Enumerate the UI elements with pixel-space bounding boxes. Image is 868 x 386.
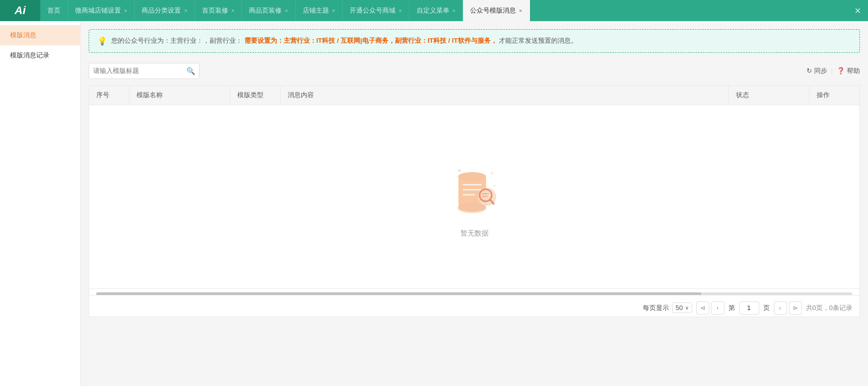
nav-tab-close-icon[interactable]: × [452, 8, 455, 14]
nav-tab-open-mall[interactable]: 开通公众号商城× [343, 0, 409, 21]
empty-illustration [444, 161, 505, 221]
svg-point-14 [494, 185, 496, 187]
app-logo: Ai [0, 0, 40, 21]
nav-tab-close-icon[interactable]: × [124, 8, 127, 14]
col-header-status: 状态 [729, 85, 810, 105]
sidebar: 模版消息模版消息记录 [0, 21, 81, 386]
nav-tab-home-decor[interactable]: 首页装修× [195, 0, 242, 21]
nav-tab-close-icon[interactable]: × [332, 8, 335, 14]
sidebar-item-template-log[interactable]: 模版消息记录 [0, 45, 80, 65]
main-content: 💡 您的公众号行业为：主营行业：，副营行业： 需要设置为：主营行业：IT科技 /… [81, 21, 868, 386]
notice-icon: 💡 [97, 36, 107, 46]
next-page-button[interactable]: › [774, 301, 787, 315]
notice-box: 💡 您的公众号行业为：主营行业：，副营行业： 需要设置为：主营行业：IT科技 /… [89, 29, 860, 53]
last-page-button[interactable]: ⊳ [789, 301, 802, 315]
nav-tab-close-icon[interactable]: × [519, 8, 522, 14]
horizontal-scrollbar[interactable] [89, 289, 860, 295]
sync-icon: ↻ [807, 67, 812, 74]
nav-tab-home[interactable]: 首页 [40, 0, 68, 21]
nav-tab-custom-menu[interactable]: 自定义菜单× [410, 0, 463, 21]
svg-point-12 [458, 169, 461, 172]
nav-tab-shop-theme[interactable]: 店铺主题× [296, 0, 343, 21]
scrollbar-thumb [96, 292, 701, 295]
total-text: 共0页，0条记录 [806, 303, 852, 313]
col-header-name: 模版名称 [129, 85, 230, 105]
nav-tab-label: 商品分类设置 [142, 6, 181, 15]
svg-point-13 [491, 172, 493, 174]
pagination: 每页显示 50 ∨ ⊲ ‹ 第 页 › ⊳ 共0页，0条记录 [89, 295, 860, 317]
prev-page-button[interactable]: ‹ [711, 301, 724, 315]
nav-tab-label: 公众号模版消息 [470, 6, 516, 15]
col-header-content: 消息内容 [281, 85, 729, 105]
toolbar-right: ↻ 同步 | ❓ 帮助 [807, 66, 860, 75]
nav-tab-close-icon[interactable]: × [184, 8, 187, 14]
col-header-type: 模版类型 [230, 85, 281, 105]
page-label: 第 [728, 303, 735, 313]
help-icon: ❓ [837, 67, 845, 74]
nav-tab-product-category[interactable]: 商品分类设置× [135, 0, 194, 21]
nav-tab-label: 店铺主题 [303, 6, 329, 15]
empty-text: 暂无数据 [89, 229, 859, 238]
chevron-down-icon: ∨ [685, 305, 689, 311]
nav-tab-label: 自定义菜单 [417, 6, 449, 15]
nav-tab-close-icon[interactable]: × [398, 8, 402, 14]
page-navigation: ⊲ ‹ 第 页 › ⊳ [696, 301, 802, 315]
toolbar-divider: | [831, 67, 833, 74]
help-button[interactable]: ❓ 帮助 [837, 66, 860, 75]
sync-button[interactable]: ↻ 同步 [807, 66, 827, 75]
search-box: 🔍 [89, 63, 199, 79]
col-header-seq: 序号 [89, 85, 129, 105]
data-table: 序号模版名称模版类型消息内容状态操作 [89, 85, 860, 105]
scrollbar-track [96, 292, 852, 295]
col-header-action: 操作 [810, 85, 860, 105]
notice-highlight: 需要设置为：主营行业：IT科技 / 互联网|电子商务，副营行业：IT科技 / I… [244, 37, 497, 44]
first-page-button[interactable]: ⊲ [696, 301, 709, 315]
nav-tabs: 首页微商城店铺设置×商品分类设置×首页装修×商品页装修×店铺主题×开通公众号商城… [40, 0, 847, 21]
nav-tab-product-page[interactable]: 商品页装修× [242, 0, 295, 21]
svg-point-6 [458, 203, 486, 212]
page-size-value: 50 [676, 304, 683, 312]
page-size-select: 每页显示 50 ∨ [643, 302, 692, 313]
toolbar: 🔍 ↻ 同步 | ❓ 帮助 [89, 63, 860, 79]
nav-tab-label: 首页装修 [202, 6, 228, 15]
page-number-input[interactable] [739, 301, 759, 315]
sidebar-item-template-msg[interactable]: 模版消息 [0, 25, 80, 45]
page-unit: 页 [763, 303, 770, 313]
nav-tab-label: 商品页装修 [249, 6, 282, 15]
search-input[interactable] [93, 67, 186, 74]
nav-tab-close-icon[interactable]: × [285, 8, 288, 14]
layout: 模版消息模版消息记录 💡 您的公众号行业为：主营行业：，副营行业： 需要设置为：… [0, 21, 868, 386]
nav-tab-micro-shop[interactable]: 微商城店铺设置× [68, 0, 135, 21]
nav-tab-label: 首页 [47, 6, 60, 15]
close-all-tabs-button[interactable]: ✕ [847, 0, 868, 21]
nav-tab-template-msg[interactable]: 公众号模版消息× [463, 0, 529, 21]
empty-state: 暂无数据 [89, 130, 859, 268]
page-size-label: 每页显示 [643, 303, 669, 313]
top-nav: Ai 首页微商城店铺设置×商品分类设置×首页装修×商品页装修×店铺主题×开通公众… [0, 0, 868, 21]
nav-tab-label: 微商城店铺设置 [75, 6, 121, 15]
svg-point-5 [458, 172, 486, 181]
page-size-dropdown[interactable]: 50 ∨ [672, 302, 692, 313]
search-icon[interactable]: 🔍 [186, 67, 195, 75]
nav-tab-close-icon[interactable]: × [231, 8, 234, 14]
nav-tab-label: 开通公众号商城 [350, 6, 395, 15]
notice-text: 您的公众号行业为：主营行业：，副营行业： 需要设置为：主营行业：IT科技 / 互… [111, 36, 851, 46]
